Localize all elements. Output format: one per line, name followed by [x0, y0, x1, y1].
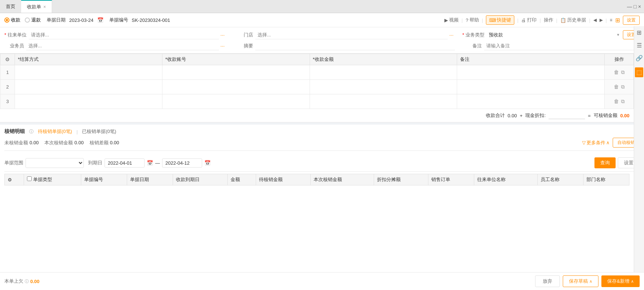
- remark-cell[interactable]: [457, 80, 605, 94]
- date-to-calendar-icon[interactable]: 📅: [204, 160, 211, 166]
- radio-receipt[interactable]: 收款: [4, 17, 20, 23]
- business-type-dropdown-icon[interactable]: ▼: [616, 33, 620, 37]
- window-min-btn[interactable]: —: [627, 4, 632, 9]
- account-cell[interactable]: [162, 94, 310, 109]
- print-link[interactable]: 🖨 打印: [521, 17, 537, 23]
- account-input[interactable]: [162, 94, 310, 109]
- range-select[interactable]: [25, 158, 84, 168]
- table-remark-input[interactable]: [457, 65, 604, 79]
- bottom-col-5: 金额: [227, 174, 256, 185]
- query-btn[interactable]: 查询: [594, 157, 616, 168]
- row-num: 3: [0, 94, 15, 109]
- right-panel-icon-2[interactable]: ☰: [637, 42, 642, 49]
- select-all-checkbox[interactable]: [27, 176, 32, 181]
- amount-input[interactable]: [310, 94, 457, 109]
- delete-icon[interactable]: 🗑: [614, 98, 619, 105]
- settlement-cell[interactable]: [15, 94, 162, 109]
- unchecked-amount: 未核销金额 0.00: [4, 140, 39, 146]
- copy-icon[interactable]: ⧉: [621, 98, 625, 105]
- video-icon: ▶: [444, 17, 448, 23]
- store-more-icon[interactable]: ···: [448, 32, 455, 38]
- hexiao-stat-right: ▽ 更多条件 ∧ 自动核销: [582, 138, 640, 148]
- window-max-btn[interactable]: □: [633, 4, 636, 9]
- counterpart-more-icon[interactable]: ···: [219, 32, 226, 38]
- date-from-input[interactable]: [105, 158, 145, 168]
- copy-icon[interactable]: ⧉: [621, 69, 625, 75]
- account-cell[interactable]: [162, 80, 310, 94]
- delete-icon[interactable]: 🗑: [614, 84, 619, 90]
- account-input[interactable]: [162, 80, 310, 94]
- grid-view-btn[interactable]: ⊞: [615, 17, 620, 24]
- operation-link[interactable]: 操作: [544, 17, 553, 23]
- remark-cell[interactable]: [457, 65, 605, 80]
- list-view-btn[interactable]: ≡: [610, 17, 612, 23]
- amount-cell[interactable]: [310, 65, 457, 80]
- hexiao-info-icon[interactable]: ⓘ: [29, 129, 34, 135]
- remark-input[interactable]: [484, 42, 640, 50]
- settlement-input[interactable]: [15, 94, 162, 109]
- amount-input[interactable]: [310, 65, 457, 79]
- discount-input[interactable]: [549, 112, 585, 119]
- save-new-btn[interactable]: 保存&新增 ∧: [601, 275, 640, 287]
- business-type-field: * 业务类型 预收款 ▼ 设置: [462, 30, 640, 39]
- right-panel-icon-4[interactable]: ⬚: [635, 67, 643, 77]
- remark-cell[interactable]: [457, 94, 605, 109]
- settlement-input[interactable]: [15, 65, 162, 79]
- table-header-row: ⚙ *结算方式 *收款账号 *收款金额 备注 操作: [0, 54, 634, 65]
- keyboard-icon: ⌨: [489, 17, 496, 23]
- table-gear-icon[interactable]: ⚙: [5, 56, 10, 62]
- amount-input[interactable]: [310, 80, 457, 94]
- nav-left-btn[interactable]: ◀: [593, 17, 597, 23]
- amount-cell[interactable]: [310, 80, 457, 94]
- help-link[interactable]: ? 帮助: [466, 17, 479, 23]
- account-cell[interactable]: [162, 65, 310, 80]
- settlement-cell[interactable]: [15, 65, 162, 80]
- table-remark-input[interactable]: [457, 94, 604, 109]
- salesperson-input[interactable]: [26, 42, 219, 50]
- remark-label: 备注: [462, 43, 484, 49]
- delete-icon[interactable]: 🗑: [614, 69, 619, 75]
- bottom-col-7: 本次核销金额: [311, 174, 374, 185]
- table-row: 2 🗑 ⧉: [0, 80, 634, 94]
- calendar-icon[interactable]: 📅: [97, 17, 103, 23]
- radio-refund[interactable]: 退款: [25, 17, 41, 23]
- account-input[interactable]: [162, 65, 310, 79]
- history-link[interactable]: 📋 历史单据: [560, 17, 586, 23]
- right-panel-icon-1[interactable]: ⊞: [637, 29, 641, 36]
- date-from-calendar-icon[interactable]: 📅: [147, 160, 153, 166]
- settlement-input[interactable]: [15, 80, 162, 94]
- tab-close-icon[interactable]: ×: [43, 4, 46, 9]
- video-link[interactable]: ▶ 视频: [444, 17, 459, 23]
- pending-tab-link[interactable]: 待核销单据(0笔): [38, 128, 72, 135]
- date-to-input[interactable]: [162, 158, 202, 168]
- tab-bar-controls: — □ ×: [627, 4, 644, 9]
- summary-input[interactable]: [255, 42, 455, 50]
- save-draft-btn[interactable]: 保存草稿 ∧: [563, 275, 598, 287]
- settlement-cell[interactable]: [15, 80, 162, 94]
- unchecked-label: 未核销金额: [4, 140, 28, 146]
- diff-amount: 核销差额 0.00: [90, 140, 119, 146]
- setting-btn-toolbar[interactable]: 设置: [623, 16, 640, 25]
- tab-home[interactable]: 首页: [0, 0, 21, 13]
- window-close-btn[interactable]: ×: [638, 4, 641, 9]
- shortcut-btn[interactable]: ⌨ 快捷键: [486, 15, 514, 25]
- bottom-col-6: 待核销金额: [256, 174, 311, 185]
- table-remark-input[interactable]: [457, 80, 604, 94]
- copy-icon[interactable]: ⧉: [621, 84, 625, 90]
- more-conditions-btn[interactable]: ▽ 更多条件 ∧: [582, 140, 610, 146]
- store-input[interactable]: [255, 31, 448, 39]
- col-amount: *收款金额: [310, 54, 457, 65]
- toolbar-right: ▶ 视频 | ? 帮助 | ⌨ 快捷键 | 🖨 打印 |: [444, 15, 640, 25]
- bottom-info-icon[interactable]: ⓘ: [25, 279, 29, 284]
- range-filter: 单据范围: [4, 158, 84, 168]
- tab-receipt[interactable]: 收款单 ×: [21, 0, 52, 13]
- done-tab-link[interactable]: 已核销单据(0笔): [82, 128, 116, 135]
- amount-cell[interactable]: [310, 94, 457, 109]
- salesperson-more-icon[interactable]: ···: [219, 43, 226, 49]
- nav-right-btn[interactable]: ▶: [600, 17, 603, 23]
- right-panel-icon-3[interactable]: 🔗: [636, 55, 643, 62]
- counterpart-input[interactable]: [29, 31, 219, 39]
- discard-btn[interactable]: 放弃: [535, 275, 560, 287]
- bottom-gear-icon[interactable]: ⚙: [8, 177, 12, 183]
- col-operation: 操作: [605, 54, 634, 65]
